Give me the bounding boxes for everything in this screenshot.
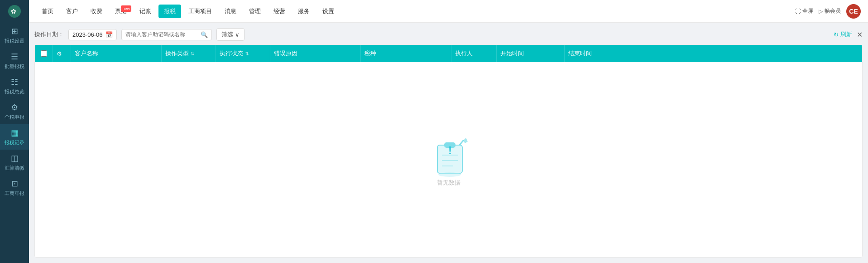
calendar-icon: 📅: [106, 31, 113, 38]
sidebar-item-label: 批量报税: [5, 63, 24, 70]
close-button[interactable]: ✕: [857, 30, 863, 39]
filter-label: 筛选: [221, 30, 233, 39]
sort-icon: ⇅: [191, 51, 194, 56]
baoshui-shezhi-icon: ⊞: [11, 26, 18, 36]
th-settings[interactable]: ⚙: [53, 45, 71, 62]
sidebar-item-label: 报税设置: [5, 38, 24, 44]
svg-text:✿: ✿: [11, 8, 16, 15]
svg-point-10: [438, 172, 461, 177]
search-icon: 🔍: [201, 31, 208, 38]
main-content: 首页 客户 收费 票据 new 记账 报税 工商项目 消息 管理 经营: [29, 0, 868, 263]
sidebar-item-gongshang-nianbao[interactable]: ⊡ 工商年报: [0, 175, 29, 200]
nav-jizhang[interactable]: 记账: [134, 5, 157, 18]
date-picker[interactable]: 2023-06-06 📅: [68, 29, 117, 40]
date-label: 操作日期：: [34, 30, 64, 39]
search-input[interactable]: [125, 31, 198, 38]
sort-icon: ⇅: [245, 51, 249, 56]
refresh-button[interactable]: ↻ 刷新: [834, 30, 852, 39]
refresh-icon: ↻: [834, 31, 839, 38]
svg-marker-3: [463, 138, 468, 143]
table-wrapper: ⚙ 客户名称 操作类型 ⇅ 执行状态 ⇅ 错误原因: [34, 44, 863, 258]
toolbar-right: ↻ 刷新 ✕: [834, 30, 863, 39]
sidebar-item-label: 汇算清缴: [5, 165, 24, 171]
settings-icon: ⚙: [57, 50, 62, 57]
svg-text:!: !: [448, 144, 452, 156]
nav-fuwu[interactable]: 服务: [293, 5, 315, 18]
sidebar-item-baoshui-jilu[interactable]: ▦ 报税记录: [0, 124, 29, 150]
th-exec-status[interactable]: 执行状态 ⇅: [216, 45, 270, 62]
chevron-down-icon: ∨: [235, 31, 240, 38]
page-area: 操作日期： 2023-06-06 📅 🔍 筛选 ∨ ↻ 刷新: [29, 23, 868, 263]
topbar: 首页 客户 收费 票据 new 记账 报税 工商项目 消息 管理 经营: [29, 0, 868, 23]
sidebar-item-baoshui-zongjian[interactable]: ☷ 报税总览: [0, 73, 29, 99]
sidebar-item-piliang-baoshui[interactable]: ☰ 批量报税: [0, 48, 29, 73]
nav-customer[interactable]: 客户: [61, 5, 83, 18]
sidebar: ✿ ⊞ 报税设置 ☰ 批量报税 ☷ 报税总览 ⚙ 个税申报 ▦ 报税记录 ◫ 汇…: [0, 0, 29, 263]
fullscreen-button[interactable]: ⛶ 全屏: [795, 7, 813, 15]
th-customer-name: 客户名称: [71, 45, 162, 62]
th-error-reason: 错误原因: [270, 45, 361, 62]
nav-piaoju[interactable]: 票据 new: [110, 5, 132, 18]
nav-shoufei[interactable]: 收费: [85, 5, 108, 18]
baoshui-jilu-icon: ▦: [11, 128, 19, 138]
geshuishenbaoo-icon: ⚙: [11, 102, 18, 112]
empty-illustration: !: [431, 132, 467, 173]
topbar-right: ⛶ 全屏 ▷ 畅会员 CE: [795, 4, 861, 19]
empty-text: 暂无数据: [437, 179, 460, 187]
empty-state: ! 暂无数据: [35, 62, 862, 257]
toolbar: 操作日期： 2023-06-06 📅 🔍 筛选 ∨ ↻ 刷新: [34, 28, 863, 41]
sidebar-item-huisuan-jiaoshu[interactable]: ◫ 汇算清缴: [0, 150, 29, 175]
sidebar-item-label: 报税记录: [5, 139, 24, 146]
nav-baoshui[interactable]: 报税: [158, 5, 181, 18]
fullscreen-icon: ⛶: [795, 8, 801, 15]
search-box[interactable]: 🔍: [121, 29, 212, 40]
sidebar-item-label: 个税申报: [5, 114, 24, 121]
avatar[interactable]: CE: [846, 4, 861, 19]
sidebar-item-label: 工商年报: [5, 190, 24, 197]
nav-home[interactable]: 首页: [36, 5, 59, 18]
sidebar-item-geshuishenbaoo[interactable]: ⚙ 个税申报: [0, 99, 29, 124]
gongshang-nianbao-icon: ⊡: [11, 179, 18, 189]
sidebar-logo: ✿: [0, 0, 29, 23]
th-start-time: 开始时间: [497, 45, 565, 62]
nav-shezhi[interactable]: 设置: [317, 5, 340, 18]
nav-gongshang[interactable]: 工商项目: [183, 5, 217, 18]
sidebar-item-label: 报税总览: [5, 88, 24, 95]
nav-jingying[interactable]: 经营: [268, 5, 291, 18]
member-button[interactable]: ▷ 畅会员: [819, 7, 841, 15]
piaoju-badge: new: [121, 5, 131, 12]
th-executor: 执行人: [451, 45, 497, 62]
th-tax-type: 税种: [361, 45, 451, 62]
video-icon: ▷: [819, 8, 823, 15]
piliang-baoshui-icon: ☰: [11, 52, 18, 62]
date-value: 2023-06-06: [72, 31, 103, 38]
content-panel: 操作日期： 2023-06-06 📅 🔍 筛选 ∨ ↻ 刷新: [29, 23, 868, 263]
baoshui-zongjian-icon: ☷: [11, 77, 18, 87]
th-checkbox[interactable]: [35, 45, 53, 62]
filter-button[interactable]: 筛选 ∨: [216, 28, 245, 41]
th-operation-type[interactable]: 操作类型 ⇅: [162, 45, 216, 62]
th-end-time: 结束时间: [565, 45, 633, 62]
huisuan-jiaoshu-icon: ◫: [11, 153, 19, 163]
nav-xiaoxi[interactable]: 消息: [219, 5, 242, 18]
select-all-checkbox[interactable]: [41, 50, 47, 57]
nav-guanli[interactable]: 管理: [244, 5, 266, 18]
sidebar-item-baoshui-shezhi[interactable]: ⊞ 报税设置: [0, 23, 29, 48]
table-header: ⚙ 客户名称 操作类型 ⇅ 执行状态 ⇅ 错误原因: [35, 45, 862, 62]
